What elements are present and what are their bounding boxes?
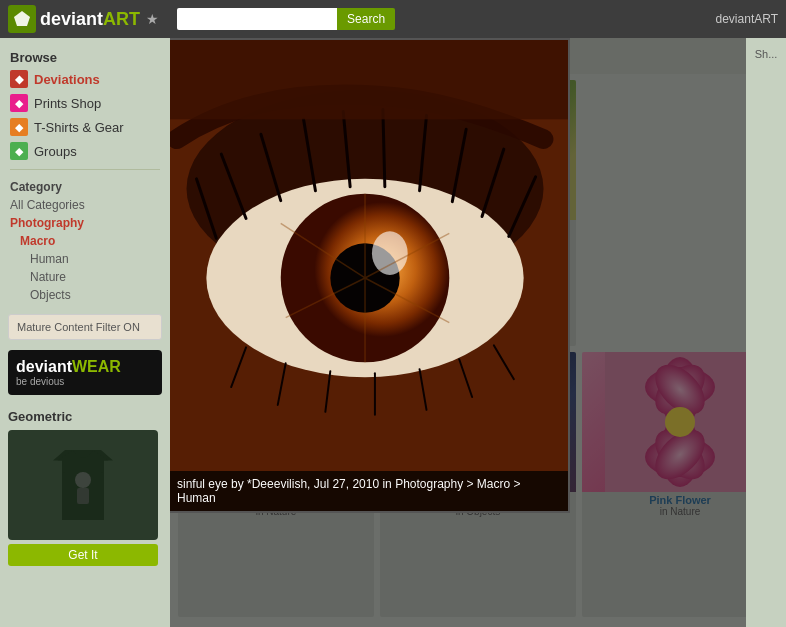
overlay-image: [170, 40, 568, 511]
logo-text[interactable]: deviantART: [40, 9, 140, 30]
groups-label: Groups: [34, 144, 77, 159]
mature-content-filter: Mature Content Filter ON: [8, 314, 162, 340]
logo-icon: [8, 5, 36, 33]
header: deviantART ★ Search deviantART: [0, 0, 786, 38]
category-title: Category: [0, 176, 170, 196]
deviantwear-subtitle: be devious: [16, 376, 154, 387]
overlay-caption: sinful eye by *Deeevilish, Jul 27, 2010 …: [170, 471, 568, 511]
browse-title: Browse: [0, 46, 170, 67]
search-input[interactable]: [177, 8, 337, 30]
overlay-panel: sinful eye by *Deeevilish, Jul 27, 2010 …: [170, 38, 570, 513]
logo-suffix: ART: [103, 9, 140, 29]
image-overlay: sinful eye by *Deeevilish, Jul 27, 2010 …: [170, 38, 786, 627]
content-area: Popular Newest Most Commented 8: [170, 38, 786, 627]
favorite-icon[interactable]: ★: [146, 11, 159, 27]
deviantwear-title: deviantWEAR: [16, 358, 154, 376]
tshirts-icon: ◆: [10, 118, 28, 136]
sidebar-item-deviations[interactable]: ◆ Deviations: [0, 67, 170, 91]
sidebar-item-tshirts[interactable]: ◆ T-Shirts & Gear: [0, 115, 170, 139]
shirt-shape: [53, 450, 113, 520]
header-right-text: deviantART: [716, 12, 778, 26]
cat-all-categories[interactable]: All Categories: [0, 196, 170, 214]
svg-point-1: [75, 472, 91, 488]
deviations-label: Deviations: [34, 72, 100, 87]
main-layout: Browse ◆ Deviations ◆ Prints Shop ◆ T-Sh…: [0, 38, 786, 627]
svg-rect-90: [170, 40, 568, 119]
logo-area: deviantART ★: [8, 5, 159, 33]
prints-shop-icon: ◆: [10, 94, 28, 112]
groups-icon: ◆: [10, 142, 28, 160]
deviantwear-suffix: WEAR: [72, 358, 121, 375]
geometric-shirt-preview: [8, 430, 158, 540]
cat-photography[interactable]: Photography: [0, 214, 170, 232]
cat-human[interactable]: Human: [0, 250, 170, 268]
search-button[interactable]: Search: [337, 8, 395, 30]
svg-point-66: [372, 231, 408, 275]
sidebar: Browse ◆ Deviations ◆ Prints Shop ◆ T-Sh…: [0, 38, 170, 627]
tshirts-label: T-Shirts & Gear: [34, 120, 124, 135]
svg-marker-0: [14, 11, 30, 26]
sidebar-divider: [10, 169, 160, 170]
right-sidebar-hint: Sh...: [746, 38, 786, 627]
geometric-title: Geometric: [8, 409, 162, 424]
get-it-button[interactable]: Get It: [8, 544, 158, 566]
cat-objects[interactable]: Objects: [0, 286, 170, 304]
geometric-section: Geometric Get It: [0, 403, 170, 572]
svg-rect-2: [77, 488, 89, 504]
sidebar-item-prints-shop[interactable]: ◆ Prints Shop: [0, 91, 170, 115]
svg-line-78: [383, 109, 385, 186]
deviations-icon: ◆: [10, 70, 28, 88]
sidebar-item-groups[interactable]: ◆ Groups: [0, 139, 170, 163]
search-bar: Search: [177, 8, 395, 30]
cat-macro[interactable]: Macro: [0, 232, 170, 250]
deviantwear-banner[interactable]: deviantWEAR be devious: [8, 350, 162, 395]
cat-nature[interactable]: Nature: [0, 268, 170, 286]
prints-shop-label: Prints Shop: [34, 96, 101, 111]
